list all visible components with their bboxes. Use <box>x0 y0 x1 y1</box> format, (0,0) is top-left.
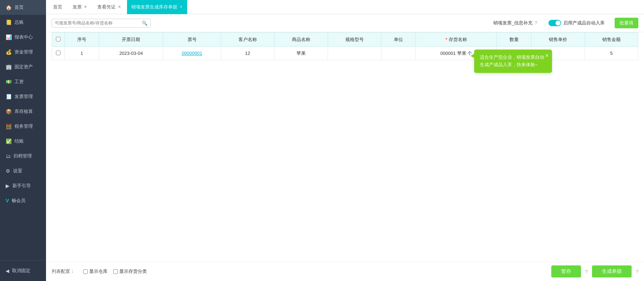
sidebar-item-funds[interactable]: 💰 资金管理 <box>0 45 46 59</box>
th-amount: 销售金额 <box>585 33 638 47</box>
th-unit-price: 销售单价 <box>531 33 585 47</box>
funds-icon: 💰 <box>6 49 12 55</box>
sidebar-item-invoice-mgmt[interactable]: 🧾 发票管理 <box>0 89 46 104</box>
cell-customer: 12 <box>221 47 274 60</box>
search-input[interactable] <box>55 21 140 25</box>
unfix-icon: ◀ <box>6 268 9 274</box>
sidebar-item-archive[interactable]: 🗂 归档管理 <box>0 149 46 164</box>
show-inventory-category-label: 显示存货分类 <box>119 268 147 275</box>
th-product: 商品名称 <box>274 33 328 47</box>
info-label: 销项发票_信息补充 <box>493 20 533 26</box>
show-warehouse-checkbox[interactable] <box>83 269 88 274</box>
bottom-actions: 暂存 ? 生成单据 ? <box>551 265 638 277</box>
top-bar: 🔍 销项发票_信息补充 ? 启用产成品自动入库 批量填 ✕ 适合生产型企业，销项… <box>46 14 644 32</box>
cell-seq: 1 <box>65 47 99 60</box>
info-section: 销项发票_信息补充 ? <box>493 20 537 26</box>
sidebar-item-settlement[interactable]: ✅ 结账 <box>0 134 46 149</box>
sidebar-item-salary[interactable]: 💵 工资 <box>0 74 46 89</box>
th-unit: 单位 <box>381 33 416 47</box>
table-wrap: 序号 开票日期 票号 客户名称 商品名称 规格型号 单位 存货名称 数量 销售单… <box>46 32 644 262</box>
th-customer: 客户名称 <box>221 33 274 47</box>
sidebar-item-ledger[interactable]: 📒 总账 <box>0 15 46 30</box>
list-config-label: 列表配置： <box>52 268 75 275</box>
save-help-icon[interactable]: ? <box>585 269 588 274</box>
auto-stock-toggle[interactable] <box>548 20 561 26</box>
batch-fill-button[interactable]: 批量填 <box>615 18 638 28</box>
generate-help-icon[interactable]: ? <box>636 269 638 274</box>
tab-voucher-close[interactable]: ✕ <box>118 5 121 9</box>
th-quantity: 数量 <box>497 33 531 47</box>
ticket-no-link[interactable]: 00000001 <box>182 51 202 56</box>
info-help-icon[interactable]: ? <box>535 21 537 25</box>
invoice-mgmt-icon: 🧾 <box>6 94 12 99</box>
tab-voucher[interactable]: 查看凭证 ✕ <box>93 0 126 14</box>
cell-spec <box>328 47 381 60</box>
th-ticket-no: 票号 <box>163 33 221 47</box>
sidebar-item-assets[interactable]: 🏢 固定资产 <box>0 59 46 74</box>
sidebar-item-reports[interactable]: 📊 报表中心 <box>0 30 46 45</box>
settlement-icon: ✅ <box>6 138 12 144</box>
inventory-icon: 📦 <box>6 109 12 114</box>
sidebar-item-guide[interactable]: ▶ 新手引导 <box>0 178 46 193</box>
generate-button[interactable]: 生成单据 <box>592 265 632 277</box>
home-icon: 🏠 <box>6 5 12 10</box>
tooltip-close-button[interactable]: ✕ <box>545 52 549 59</box>
toggle-label: 启用产成品自动入库 <box>563 20 605 26</box>
show-inventory-category-item: 显示存货分类 <box>113 268 147 275</box>
toggle-wrap: 启用产成品自动入库 <box>548 20 605 26</box>
settings-icon: ⚙ <box>6 168 10 174</box>
content-area: 🔍 销项发票_信息补充 ? 启用产成品自动入库 批量填 ✕ 适合生产型企业，销项… <box>46 14 644 281</box>
vip-icon: V <box>6 198 9 203</box>
sidebar-item-inventory[interactable]: 📦 库存核算 <box>0 104 46 119</box>
archive-icon: 🗂 <box>6 153 11 159</box>
show-inventory-category-checkbox[interactable] <box>113 269 118 274</box>
tab-bar: 首页 发票 ✕ 查看凭证 ✕ 销项发票生成库存单据 ✕ <box>46 0 644 14</box>
cell-date: 2023-03-04 <box>99 47 163 60</box>
salary-icon: 💵 <box>6 79 12 85</box>
unfix-button[interactable]: ◀ 取消固定 <box>0 263 46 278</box>
row-checkbox-cell <box>52 47 65 60</box>
th-checkbox <box>52 33 65 47</box>
sidebar-item-vip[interactable]: V 畅会员 <box>0 193 46 208</box>
search-wrap: 🔍 <box>52 19 151 28</box>
cell-unit <box>381 47 416 60</box>
th-seq: 序号 <box>65 33 99 47</box>
tab-sales-stock-close[interactable]: ✕ <box>179 5 183 9</box>
row-checkbox[interactable] <box>56 51 61 55</box>
sidebar-item-tax[interactable]: 🧮 税务管理 <box>0 119 46 134</box>
show-warehouse-item: 显示仓库 <box>83 268 108 275</box>
cell-ticket-no: 00000001 <box>163 47 221 60</box>
cell-product: 苹果 <box>274 47 328 60</box>
th-inventory-name: 存货名称 <box>416 33 497 47</box>
tab-invoice[interactable]: 发票 ✕ <box>68 0 92 14</box>
th-date: 开票日期 <box>99 33 163 47</box>
tax-icon: 🧮 <box>6 124 12 129</box>
select-all-checkbox[interactable] <box>56 37 61 41</box>
bottom-bar: 列表配置： 显示仓库 显示存货分类 暂存 ? 生成单据 ? <box>46 262 644 281</box>
main-area: 首页 发票 ✕ 查看凭证 ✕ 销项发票生成库存单据 ✕ 🔍 销项发票_信息补充 … <box>46 0 644 281</box>
show-warehouse-label: 显示仓库 <box>89 268 108 275</box>
assets-icon: 🏢 <box>6 64 12 70</box>
save-button[interactable]: 暂存 <box>551 265 581 277</box>
tab-sales-stock[interactable]: 销项发票生成库存单据 ✕ <box>127 0 187 14</box>
sidebar-item-settings[interactable]: ⚙ 设置 <box>0 164 46 178</box>
guide-icon: ▶ <box>6 183 10 189</box>
ledger-icon: 📒 <box>6 19 12 25</box>
th-spec: 规格型号 <box>328 33 381 47</box>
reports-icon: 📊 <box>6 34 12 40</box>
cell-amount: 5 <box>585 47 638 60</box>
sidebar: 🏠 首页 📒 总账 📊 报表中心 💰 资金管理 🏢 固定资产 💵 工资 🧾 发票… <box>0 0 46 281</box>
sidebar-item-home[interactable]: 🏠 首页 <box>0 0 46 15</box>
tab-invoice-close[interactable]: ✕ <box>84 5 87 9</box>
tooltip-bubble: ✕ 适合生产型企业，销项发票自动生成产成品入库，快来体验~ <box>474 50 552 73</box>
tab-home[interactable]: 首页 <box>49 0 67 14</box>
search-icon[interactable]: 🔍 <box>142 21 148 26</box>
